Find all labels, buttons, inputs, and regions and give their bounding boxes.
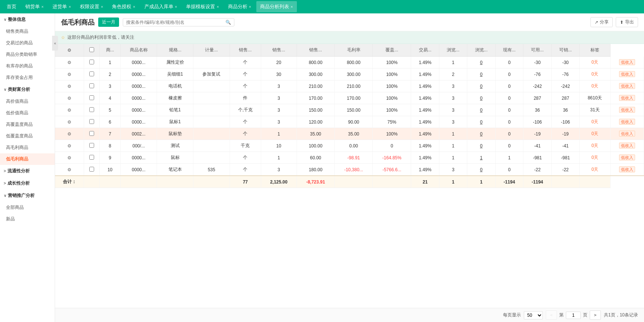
- nav-close-销货单[interactable]: ×: [41, 4, 44, 9]
- sidebar-item-低毛利商品[interactable]: 低毛利商品: [0, 153, 55, 165]
- row-settings[interactable]: ⚙: [55, 104, 84, 116]
- row-checkbox[interactable]: [84, 92, 100, 104]
- row-browse1[interactable]: 0: [467, 116, 495, 128]
- row-browse1[interactable]: 0: [467, 80, 495, 92]
- select-all-checkbox[interactable]: [89, 47, 94, 52]
- page-input[interactable]: [566, 312, 581, 319]
- nav-close-角色授权[interactable]: ×: [133, 4, 135, 9]
- row-browse1[interactable]: 0: [467, 140, 495, 152]
- nav-item-进货单[interactable]: 进货单×: [49, 1, 74, 12]
- th-name[interactable]: 商品名称: [121, 44, 157, 57]
- row-select-checkbox[interactable]: [89, 167, 94, 172]
- row-browse1[interactable]: 0: [467, 164, 495, 176]
- nav-close-产成品入库单[interactable]: ×: [175, 4, 177, 9]
- nav-item-单据模板设置[interactable]: 单据模板设置×: [182, 1, 222, 12]
- th-unit[interactable]: 计量...: [193, 44, 230, 57]
- nav-item-产成品入库单[interactable]: 产成品入库单×: [141, 1, 181, 12]
- row-checkbox[interactable]: [84, 152, 100, 164]
- sidebar-item-高覆盖度商品[interactable]: 高覆盖度商品: [0, 119, 55, 130]
- nav-close-商品分析列表[interactable]: ×: [291, 4, 293, 9]
- row-settings[interactable]: ⚙: [55, 140, 84, 152]
- export-button[interactable]: ⬆ 导出: [616, 17, 638, 27]
- sidebar-group-整体信息[interactable]: ∨整体信息: [0, 13, 55, 26]
- row-select-checkbox[interactable]: [89, 119, 94, 124]
- row-select-checkbox[interactable]: [89, 71, 94, 76]
- row-select-checkbox[interactable]: [89, 131, 94, 136]
- sidebar-item-交易过的商品[interactable]: 交易过的商品: [0, 37, 55, 49]
- th-sales-qty[interactable]: 销售...: [230, 44, 261, 57]
- sidebar-item-高毛利商品[interactable]: 高毛利商品: [0, 142, 55, 153]
- th-available[interactable]: 可用...: [523, 44, 551, 57]
- sidebar-item-商品分类助销率[interactable]: 商品分类助销率: [0, 49, 55, 60]
- th-browse1[interactable]: 浏览...: [439, 44, 467, 57]
- share-button[interactable]: ↗ 分享: [590, 17, 613, 27]
- row-settings[interactable]: ⚙: [55, 92, 84, 104]
- row-browse1[interactable]: 1: [467, 152, 495, 164]
- th-sellable[interactable]: 可销...: [551, 44, 579, 57]
- sidebar-item-有库存的商品[interactable]: 有库存的商品: [0, 60, 55, 72]
- row-settings[interactable]: ⚙: [55, 80, 84, 92]
- th-current-stock[interactable]: 现有...: [495, 44, 523, 57]
- row-select-checkbox[interactable]: [89, 143, 94, 148]
- th-sales-price[interactable]: 销售...: [261, 44, 297, 57]
- row-select-checkbox[interactable]: [89, 155, 94, 160]
- row-settings[interactable]: ⚙: [55, 164, 84, 176]
- sidebar-item-库存资金占用[interactable]: 库存资金占用: [0, 72, 55, 83]
- nav-item-首页[interactable]: 首页: [3, 1, 20, 12]
- th-spec[interactable]: 规格...: [157, 44, 193, 57]
- sidebar-group-流通性分析[interactable]: >流通性分析: [0, 165, 55, 177]
- row-browse1[interactable]: 0: [467, 92, 495, 104]
- sidebar-item-新品[interactable]: 新品: [0, 213, 55, 225]
- row-select-checkbox[interactable]: [89, 95, 94, 100]
- row-checkbox[interactable]: [84, 128, 100, 140]
- row-browse1[interactable]: 0: [467, 128, 495, 140]
- sidebar-item-全部商品[interactable]: 全部商品: [0, 202, 55, 213]
- prev-page-button[interactable]: ＜: [546, 310, 557, 320]
- row-browse1[interactable]: 0: [467, 68, 495, 80]
- sidebar-group-成长性分析[interactable]: >成长性分析: [0, 177, 55, 189]
- row-checkbox[interactable]: [84, 57, 100, 68]
- nav-item-销货单[interactable]: 销货单×: [22, 1, 47, 12]
- sidebar-item-销售类商品[interactable]: 销售类商品: [0, 26, 55, 37]
- th-settings[interactable]: ⚙: [55, 44, 84, 57]
- nav-close-权限设置[interactable]: ×: [101, 4, 103, 9]
- row-checkbox[interactable]: [84, 80, 100, 92]
- row-select-checkbox[interactable]: [89, 83, 94, 88]
- sidebar-item-低覆盖度商品[interactable]: 低覆盖度商品: [0, 130, 55, 142]
- th-browse2[interactable]: 浏览...: [467, 44, 495, 57]
- th-coverage[interactable]: 覆盖...: [373, 44, 411, 57]
- row-settings[interactable]: ⚙: [55, 152, 84, 164]
- sidebar-item-高价值商品[interactable]: 高价值商品: [0, 96, 55, 107]
- row-checkbox[interactable]: [84, 140, 100, 152]
- row-settings[interactable]: ⚙: [55, 128, 84, 140]
- row-checkbox[interactable]: [84, 116, 100, 128]
- nav-item-权限设置[interactable]: 权限设置×: [76, 1, 107, 12]
- nav-close-进货单[interactable]: ×: [68, 4, 71, 9]
- row-settings[interactable]: ⚙: [55, 68, 84, 80]
- nav-close-单据模板设置[interactable]: ×: [217, 4, 219, 9]
- row-settings[interactable]: ⚙: [55, 57, 84, 68]
- row-checkbox[interactable]: [84, 164, 100, 176]
- th-gross-margin[interactable]: 毛利率: [334, 44, 372, 57]
- row-checkbox[interactable]: [84, 104, 100, 116]
- row-browse1[interactable]: 0: [467, 57, 495, 68]
- sidebar-group-类财富分析[interactable]: ∨类财富分析: [0, 83, 55, 96]
- nav-item-角色授权[interactable]: 角色授权×: [108, 1, 139, 12]
- th-transaction[interactable]: 交易...: [411, 44, 439, 57]
- search-input[interactable]: [126, 20, 225, 25]
- sidebar-collapse-button[interactable]: «: [52, 36, 58, 51]
- filter-period-button[interactable]: 近一月: [98, 17, 119, 27]
- th-sales-amount[interactable]: 销售...: [297, 44, 334, 57]
- row-browse1[interactable]: 0: [467, 104, 495, 116]
- row-select-checkbox[interactable]: [89, 60, 94, 64]
- row-checkbox[interactable]: [84, 68, 100, 80]
- nav-close-商品分析[interactable]: ×: [249, 4, 251, 9]
- th-checkbox[interactable]: [84, 44, 100, 57]
- next-page-button[interactable]: ＞: [590, 310, 601, 320]
- sidebar-item-低价值商品[interactable]: 低价值商品: [0, 107, 55, 119]
- sidebar-group-营销推广分析[interactable]: ∨营销推广分析: [0, 189, 55, 202]
- th-code[interactable]: 商...: [100, 44, 121, 57]
- per-page-select[interactable]: 50 100 200: [524, 311, 543, 319]
- nav-item-商品分析[interactable]: 商品分析×: [224, 1, 255, 12]
- th-tag[interactable]: 标签: [580, 44, 611, 57]
